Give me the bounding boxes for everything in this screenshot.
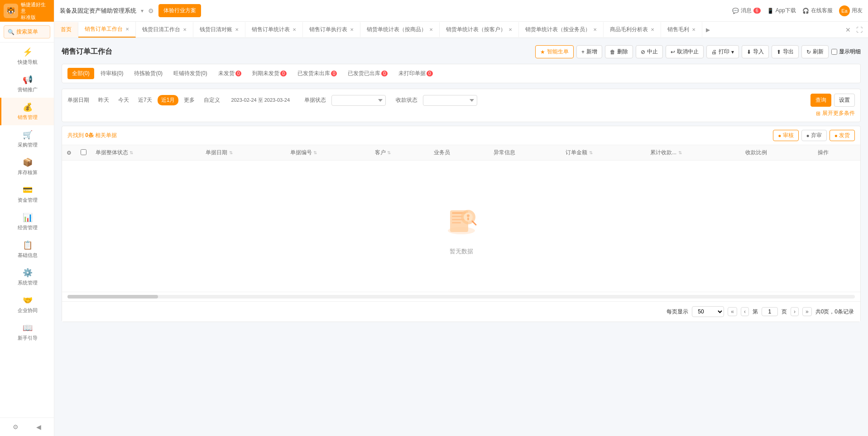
date-btn-more[interactable]: 更多: [180, 95, 198, 105]
tab-sales-exec[interactable]: 销售订单执行表 ✕: [303, 22, 360, 37]
settings-gear-icon[interactable]: ⚙: [148, 7, 154, 14]
sales-by-product-tab-label: 销货单统计表（按商品）: [367, 26, 427, 33]
tab-close-all-button[interactable]: ✕: [844, 24, 853, 35]
import-button[interactable]: ⬇ 导入: [742, 45, 769, 58]
col-header-date[interactable]: 单据日期 ⇅: [201, 145, 286, 161]
status-filter-select[interactable]: [331, 95, 386, 106]
tab-margin-analysis-close[interactable]: ✕: [651, 27, 654, 32]
smart-create-button[interactable]: ★ 智能生单: [535, 45, 574, 58]
add-button[interactable]: + 新增: [576, 45, 602, 58]
first-page-button[interactable]: «: [728, 307, 737, 316]
sidebar-settings-button[interactable]: ⚙: [11, 422, 20, 432]
subtab-not-printed[interactable]: 未打印单据0: [394, 68, 437, 79]
cancel-stop-button[interactable]: ↩ 取消中止: [666, 45, 704, 58]
last-page-button[interactable]: »: [802, 307, 812, 316]
col-header-number[interactable]: 单据编号 ⇅: [286, 145, 370, 161]
filter-settings-button[interactable]: 设置: [834, 94, 855, 107]
date-btn-7days[interactable]: 近7天: [134, 95, 156, 105]
sidebar-item-sales[interactable]: 💰 销售管理: [0, 98, 54, 125]
user-menu[interactable]: Ea 用友: [839, 5, 863, 16]
export-button[interactable]: ⬆ 导出: [772, 45, 799, 58]
batch-abandon-button[interactable]: ● 弃审: [801, 130, 827, 141]
tab-sales-by-customer[interactable]: 销货单统计表（按客户） ✕: [440, 22, 519, 37]
subtab-overdue-not-shipped[interactable]: 到期未发货0: [248, 68, 291, 79]
sidebar-item-basic-info[interactable]: 📋 基础信息: [0, 236, 54, 263]
date-btn-today[interactable]: 今天: [115, 95, 133, 105]
batch-audit-button[interactable]: ● 审核: [773, 130, 798, 141]
sidebar-item-marketing[interactable]: 📢 营销推广: [0, 70, 54, 98]
sidebar-item-guide[interactable]: 📖 新手引导: [0, 318, 54, 346]
query-button[interactable]: 查询: [810, 94, 831, 107]
sidebar-item-inventory[interactable]: 📦 库存核算: [0, 153, 54, 180]
subtab-pending-review[interactable]: 待审核(0): [96, 68, 128, 79]
print-button[interactable]: 🖨 打印 ▾: [706, 45, 739, 58]
subtab-shipped-not-stocked[interactable]: 已发货未出库0: [293, 68, 342, 79]
industry-solution-button[interactable]: 体验行业方案: [158, 4, 201, 17]
tab-sales-by-staff-close[interactable]: ✕: [593, 27, 597, 32]
col-header-status[interactable]: 单据整体状态 ⇅: [91, 145, 201, 161]
message-button[interactable]: 💬 消息 6: [732, 7, 761, 14]
page-header: 销售订单工作台 ★ 智能生单 + 新增 🗑 删除 ⊘: [62, 45, 861, 58]
col-header-customer[interactable]: 客户 ⇅: [370, 145, 429, 161]
scrollbar-thumb[interactable]: [67, 295, 158, 299]
batch-deliver-button[interactable]: ● 发货: [830, 130, 855, 141]
online-service-button[interactable]: 🎧 在线客服: [802, 7, 833, 14]
logo-icon: 🐯: [4, 4, 18, 18]
subtab-not-shipped[interactable]: 未发货0: [214, 68, 246, 79]
page-size-select[interactable]: 50 10 20 100: [692, 306, 724, 317]
tab-sales-by-customer-close[interactable]: ✕: [508, 27, 512, 32]
select-all-header[interactable]: [76, 145, 91, 161]
tab-sales-order[interactable]: 销售订单工作台 ✕: [78, 22, 136, 38]
prev-page-button[interactable]: ‹: [741, 307, 749, 316]
expand-filter-button[interactable]: ⊞ 展开更多条件: [816, 109, 855, 117]
tab-cash-daily-close[interactable]: ✕: [183, 27, 187, 32]
tab-cash-reconcile-close[interactable]: ✕: [235, 27, 239, 32]
tab-sales-by-product[interactable]: 销货单统计表（按商品） ✕: [360, 22, 440, 37]
payment-status-filter-select[interactable]: [423, 95, 477, 106]
tab-sales-order-close[interactable]: ✕: [125, 27, 129, 32]
horizontal-scrollbar[interactable]: [67, 295, 855, 299]
tab-fullscreen-button[interactable]: ⛶: [854, 24, 864, 35]
show-detail-toggle[interactable]: 显示明细: [831, 48, 861, 56]
subtab-all[interactable]: 全部(0): [67, 68, 94, 79]
next-page-button[interactable]: ›: [791, 307, 799, 316]
tab-home[interactable]: 首页: [54, 22, 78, 37]
page-number-input[interactable]: [762, 307, 778, 316]
tabbar-more-button[interactable]: ▶: [702, 23, 714, 37]
select-all-checkbox[interactable]: [81, 149, 86, 155]
tab-margin-analysis[interactable]: 商品毛利分析表 ✕: [604, 22, 661, 37]
app-download-button[interactable]: 📱 App下载: [767, 7, 796, 14]
show-detail-checkbox[interactable]: [831, 49, 837, 55]
sidebar-item-quick-nav[interactable]: ⚡ 快捷导航: [0, 43, 54, 70]
sidebar-item-operation[interactable]: 📊 经营管理: [0, 208, 54, 236]
stop-button[interactable]: ⊘ 中止: [636, 45, 663, 58]
tab-sales-revenue[interactable]: 销售毛利 ✕: [661, 22, 702, 37]
sidebar-item-cooperation[interactable]: 🤝 企业协同: [0, 291, 54, 318]
sidebar-collapse-button[interactable]: ◀: [34, 422, 43, 432]
refresh-button[interactable]: ↻ 刷新: [801, 45, 829, 58]
search-menu-button[interactable]: 🔍 搜索菜单: [4, 25, 50, 38]
sidebar-item-system[interactable]: ⚙️ 系统管理: [0, 263, 54, 291]
delete-icon: 🗑: [610, 49, 615, 55]
tab-sales-by-product-close[interactable]: ✕: [429, 27, 433, 32]
subtab-shipped-stocked[interactable]: 已发货已出库0: [343, 68, 392, 79]
tab-sales-by-staff[interactable]: 销货单统计表（按业务员） ✕: [519, 22, 604, 37]
col-header-amount[interactable]: 订单金额 ⇅: [561, 145, 646, 161]
date-btn-1month[interactable]: 近1月: [158, 95, 179, 105]
tab-sales-stat-close[interactable]: ✕: [293, 27, 296, 32]
tab-sales-revenue-close[interactable]: ✕: [692, 27, 695, 32]
date-btn-custom[interactable]: 自定义: [200, 95, 224, 105]
subtab-pending-check[interactable]: 待拣验货(0): [129, 68, 167, 79]
tab-cash-daily[interactable]: 钱货日清工作台 ✕: [136, 22, 193, 37]
delete-button[interactable]: 🗑 删除: [605, 45, 633, 58]
table-area: 共找到 0条 相关单据 ● 审核 ● 弃审: [62, 126, 861, 322]
sidebar-item-purchase[interactable]: 🛒 采购管理: [0, 125, 54, 153]
column-settings[interactable]: ⚙: [62, 145, 76, 161]
col-header-collected[interactable]: 累计收款... ⇅: [646, 145, 741, 161]
tab-sales-stat[interactable]: 销售订单统计表 ✕: [245, 22, 303, 37]
tab-sales-exec-close[interactable]: ✕: [350, 27, 354, 32]
date-btn-yesterday[interactable]: 昨天: [95, 95, 113, 105]
tab-cash-reconcile[interactable]: 钱货日清对账 ✕: [193, 22, 245, 37]
sidebar-item-finance[interactable]: 💳 资金管理: [0, 180, 54, 208]
subtab-wangpu-pending[interactable]: 旺铺待发货(0): [169, 68, 212, 79]
